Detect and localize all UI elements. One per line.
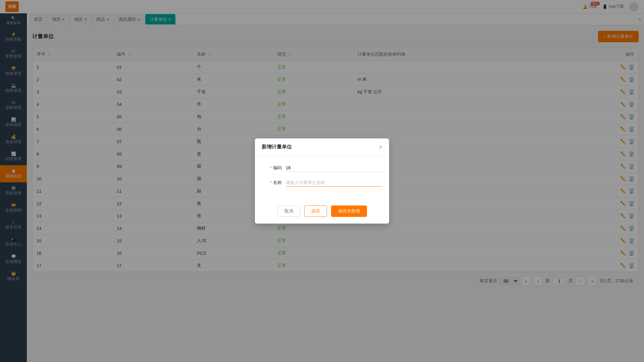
save-and-new-button[interactable]: 保存并新增 [331,205,367,217]
modal-body: * 编码 * 名称 [255,156,389,201]
modal-close-button[interactable]: × [379,144,382,150]
name-form-row: * 名称 [262,179,382,187]
code-form-row: * 编码 [262,164,382,172]
name-required-star: * [270,180,272,185]
name-label-text: 名称 [273,180,282,185]
code-label-text: 编码 [273,165,282,170]
name-input[interactable] [286,179,382,187]
modal-header: 新增计量单位 × [255,138,389,156]
code-label: * 编码 [262,165,282,171]
code-input[interactable] [286,164,382,172]
modal-title: 新增计量单位 [262,144,292,150]
cancel-button[interactable]: 取消 [277,205,300,217]
modal-footer: 取消 保存 保存并新增 [255,201,389,224]
code-required-star: * [270,165,272,170]
name-label: * 名称 [262,180,282,186]
add-unit-modal: 新增计量单位 × * 编码 * 名称 取消 保存 保存并新增 [255,138,389,224]
save-button[interactable]: 保存 [304,205,327,217]
modal-overlay: 新增计量单位 × * 编码 * 名称 取消 保存 保存并新增 [0,0,644,362]
